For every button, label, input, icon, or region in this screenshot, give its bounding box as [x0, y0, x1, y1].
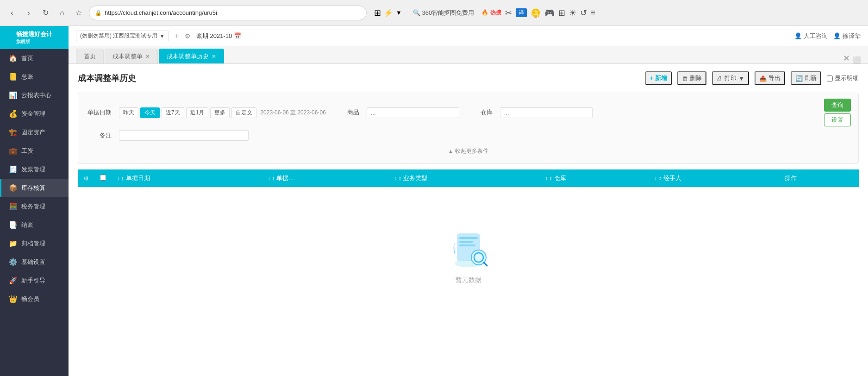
more-btn[interactable]: 更多 — [210, 107, 230, 118]
warehouse-select[interactable]: ... — [500, 107, 593, 118]
period-tag: 账期 2021-10 📅 — [196, 32, 242, 40]
hot-search-label[interactable]: 🔥 热搜 — [481, 9, 501, 17]
select-all-checkbox[interactable] — [100, 175, 106, 181]
back-button[interactable]: ‹ — [6, 6, 19, 19]
tab-close-2[interactable]: ✕ — [212, 53, 216, 60]
sidebar-item-13[interactable]: 👑 畅会员 — [0, 290, 69, 308]
apps-icon[interactable]: ⊞ — [558, 8, 565, 18]
th-operator[interactable]: ↕ 经手人 — [649, 169, 779, 187]
username-label: 徐泽华 — [843, 32, 861, 40]
calendar-icon[interactable]: 📅 — [234, 32, 241, 39]
add-workspace-btn[interactable]: + — [175, 32, 179, 40]
sidebar-item-5[interactable]: 💼 工资 — [0, 142, 69, 160]
search-tool[interactable]: 🔍 360智能抠图免费用 — [409, 8, 478, 18]
th-settings[interactable]: ⚙ — [78, 169, 94, 187]
sidebar-icon-12: 🚀 — [9, 276, 18, 285]
new-btn[interactable]: + 新增 — [645, 71, 672, 85]
sidebar-item-0[interactable]: 🏠 首页 — [0, 49, 69, 68]
sidebar-item-3[interactable]: 💰 资金管理 — [0, 105, 69, 123]
remark-input[interactable] — [119, 130, 249, 141]
settings-btn[interactable]: 设置 — [824, 113, 851, 126]
sidebar-item-4[interactable]: 🏗️ 固定资产 — [0, 123, 69, 142]
bookmark-button[interactable]: ☆ — [72, 6, 85, 19]
service-icon: 👤 — [794, 32, 802, 39]
collapse-btn[interactable]: ▲ 收起更多条件 — [86, 144, 851, 158]
menu-icon[interactable]: ≡ — [591, 8, 596, 18]
user-profile-btn[interactable]: 👤 徐泽华 — [833, 32, 861, 40]
show-detail-checkbox[interactable] — [827, 75, 833, 81]
goods-filter-label: 商品 — [333, 108, 359, 117]
tab-close-1[interactable]: ✕ — [145, 53, 150, 60]
tab-0[interactable]: 首页 — [76, 49, 104, 63]
sidebar-item-10[interactable]: 📁 归档管理 — [0, 234, 69, 253]
filter-area: 单据日期 昨天 今天 近7天 近1月 更多 自定义 2023-06-06 至 2… — [78, 93, 859, 164]
app-container: 畅捷通好会计 旗舰版 🏠 首页 📒 总账 📊 云报表中心 💰 资金管理 🏗️ 固… — [0, 26, 868, 376]
settings-icon[interactable]: ⚙ — [185, 32, 191, 40]
address-bar[interactable]: 🔒 https://cloud.chanjet.com/accounting/u… — [89, 6, 367, 20]
7days-btn[interactable]: 近7天 — [162, 107, 184, 118]
print-btn[interactable]: 🖨 打印 ▼ — [712, 71, 749, 85]
th-warehouse[interactable]: ↕ 仓库 — [540, 169, 649, 187]
brightness-icon[interactable]: ☀ — [569, 8, 576, 18]
sidebar-label-11: 基础设置 — [21, 258, 45, 266]
lightning-icon[interactable]: ⚡ — [384, 8, 393, 17]
th-number[interactable]: ↕ 单据... — [262, 169, 389, 187]
user-service-btn[interactable]: 👤 人工咨询 — [794, 32, 828, 40]
sidebar-icon-13: 👑 — [9, 295, 18, 303]
page-actions: + 新增 🗑 删除 🖨 打印 ▼ 📤 导出 🔄 — [645, 71, 859, 85]
svg-rect-2 — [459, 237, 478, 239]
sidebar-icon-5: 💼 — [9, 147, 18, 155]
sidebar-icon-9: 📑 — [9, 221, 18, 229]
translate-btn[interactable]: 译 — [516, 8, 527, 17]
grid-icon[interactable]: ⊞ — [374, 8, 381, 18]
today-btn[interactable]: 今天 — [140, 107, 160, 118]
sidebar-label-1: 总账 — [21, 73, 33, 81]
home-button[interactable]: ⌂ — [56, 6, 69, 19]
refresh-btn[interactable]: 🔄 刷新 — [791, 71, 821, 85]
sidebar-item-8[interactable]: 🧮 税务管理 — [0, 197, 69, 216]
window-close-btn[interactable]: ✕ — [843, 53, 850, 63]
goods-placeholder: ... — [371, 109, 376, 116]
top-bar-right: 👤 人工咨询 👤 徐泽华 — [794, 32, 861, 40]
date-range-text: 2023-06-06 至 2023-06-06 — [260, 109, 325, 117]
period-label: 账期 — [196, 32, 208, 40]
sidebar-item-7[interactable]: 📦 库存核算 — [0, 179, 69, 197]
export-btn[interactable]: 📤 导出 — [755, 71, 785, 85]
th-checkbox[interactable] — [94, 169, 112, 187]
sidebar-item-1[interactable]: 📒 总账 — [0, 68, 69, 86]
yesterday-btn[interactable]: 昨天 — [119, 107, 138, 118]
sidebar-icon-3: 💰 — [9, 110, 18, 118]
scissors-icon[interactable]: ✂ — [505, 8, 512, 18]
sidebar-item-9[interactable]: 📑 结账 — [0, 216, 69, 234]
goods-select[interactable]: ... — [367, 107, 459, 118]
show-detail-toggle[interactable]: 显示明细 — [827, 74, 859, 82]
sidebar-item-11[interactable]: ⚙️ 基础设置 — [0, 253, 69, 271]
forward-button[interactable]: › — [22, 6, 35, 19]
date-filter-label: 单据日期 — [86, 108, 112, 117]
empty-text: 暂元数据 — [456, 276, 481, 284]
delete-btn[interactable]: 🗑 删除 — [677, 71, 706, 85]
sidebar-item-6[interactable]: 🧾 发票管理 — [0, 160, 69, 179]
1month-btn[interactable]: 近1月 — [186, 107, 209, 118]
sidebar-icon-1: 📒 — [9, 73, 18, 81]
custom-btn[interactable]: 自定义 — [231, 107, 256, 118]
undo-icon[interactable]: ↺ — [580, 8, 587, 18]
tab-1[interactable]: 成本调整单✕ — [105, 49, 158, 63]
game-icon[interactable]: 🎮 — [544, 8, 555, 18]
page-title: 成本调整单历史 — [78, 73, 136, 84]
coin-icon[interactable]: 🪙 — [531, 8, 541, 18]
workspace-tag[interactable]: (勿删勿禁用) 江西服宝测试专用 ▼ — [76, 31, 169, 41]
sidebar-label-9: 结账 — [21, 221, 33, 229]
query-btn[interactable]: 查询 — [824, 99, 851, 112]
maximize-icon[interactable]: ⬜ — [853, 56, 861, 63]
refresh-button[interactable]: ↻ — [39, 6, 52, 19]
th-type[interactable]: ↕ 业务类型 — [389, 169, 540, 187]
tab-label-0: 首页 — [84, 52, 96, 61]
tab-2[interactable]: 成本调整单历史✕ — [159, 49, 224, 63]
th-date[interactable]: ↕ 单据日期 — [112, 169, 262, 187]
top-bar-left: (勿删勿禁用) 江西服宝测试专用 ▼ + ⚙ 账期 2021-10 📅 — [76, 31, 241, 41]
dropdown-arrow-icon[interactable]: ▼ — [396, 9, 402, 16]
sidebar-item-2[interactable]: 📊 云报表中心 — [0, 86, 69, 105]
empty-icon — [445, 224, 492, 270]
sidebar-item-12[interactable]: 🚀 新手引导 — [0, 271, 69, 290]
